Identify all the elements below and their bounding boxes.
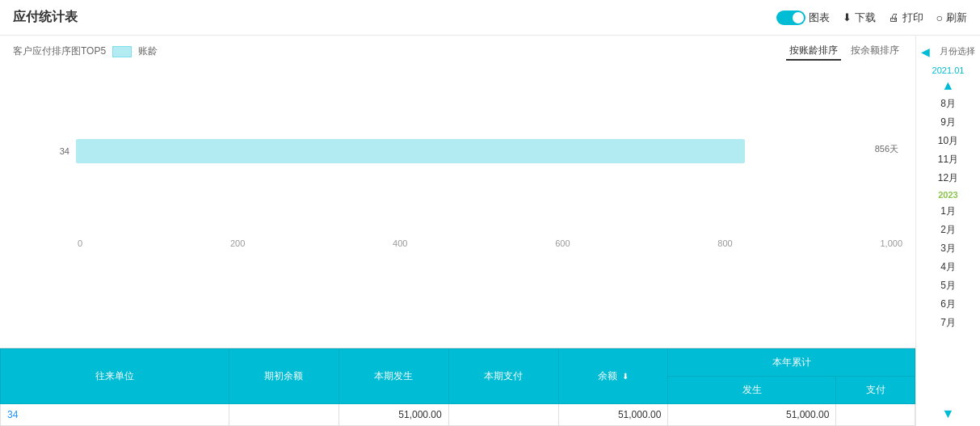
download-icon: ⬇: [843, 11, 852, 23]
legend-box-label: 账龄: [138, 44, 158, 58]
bar-end-label: 856天: [875, 143, 898, 155]
bar-chart: 34 856天 0 200 400 600 800: [13, 70, 902, 264]
sidebar-current-date: 2021.01: [916, 64, 980, 77]
header-actions: 图表 ⬇ 下载 🖨 打印 ○ 刷新: [776, 11, 967, 25]
month-item-5[interactable]: 5月: [916, 276, 980, 295]
month-item-2[interactable]: 2月: [916, 221, 980, 239]
print-icon: 🖨: [889, 11, 899, 23]
chart-toggle-item[interactable]: 图表: [776, 11, 830, 25]
page-title: 应付统计表: [13, 9, 78, 26]
table-section: 往来单位 期初余额 本期发生 本期支付 余额 ⬇ 本年累计 发生: [0, 348, 915, 426]
main-content: 客户应付排序图TOP5 账龄 按账龄排序 按余额排序 34: [0, 36, 980, 426]
sidebar-months: 8月 9月 10月 11月 12月 2023 1月 2月 3月 4月 5月 6月…: [916, 95, 980, 405]
bar-label: 34: [45, 146, 69, 156]
sort-by-amount-btn[interactable]: 按余额排序: [848, 42, 902, 61]
legend-box: [112, 46, 132, 57]
refresh-icon: ○: [936, 11, 943, 24]
td-balance: 51,000.00: [558, 404, 668, 426]
month-item-12[interactable]: 12月: [916, 169, 980, 188]
th-ytd-payment: 支付: [836, 377, 915, 404]
td-current-payment: [448, 404, 558, 426]
chevron-down-icon: ▼: [942, 407, 955, 421]
sidebar-collapse-icon[interactable]: ◀: [921, 45, 930, 58]
print-button[interactable]: 🖨 打印: [889, 11, 923, 25]
x-axis: 0 200 400 600 800 1,000: [45, 238, 902, 248]
table-header-row: 往来单位 期初余额 本期发生 本期支付 余额 ⬇ 本年累计: [1, 349, 915, 377]
td-current-occurrence: 51,000.00: [339, 404, 448, 426]
table-body: 34 51,000.00 51,000.00 51,000.00: [1, 404, 915, 426]
x-label-0: 0: [78, 238, 82, 248]
month-item-11[interactable]: 11月: [916, 150, 980, 169]
x-label-600: 600: [555, 238, 570, 248]
download-label: 下载: [855, 11, 876, 25]
th-ytd-group: 本年累计: [668, 349, 915, 377]
th-ytd-occurrence: 发生: [668, 377, 836, 404]
chart-label: 图表: [809, 11, 830, 25]
chart-section: 客户应付排序图TOP5 账龄 按账龄排序 按余额排序 34: [0, 36, 915, 426]
month-item-4[interactable]: 4月: [916, 258, 980, 276]
td-ytd-payment: [836, 404, 915, 426]
month-item-8[interactable]: 8月: [916, 95, 980, 113]
month-item-9[interactable]: 9月: [916, 113, 980, 132]
th-balance: 余额 ⬇: [558, 349, 668, 404]
sidebar-down-button[interactable]: ▼: [916, 405, 980, 423]
chart-legend: 客户应付排序图TOP5 账龄: [13, 44, 158, 58]
month-item-7[interactable]: 7月: [916, 314, 980, 332]
year-marker-2023: 2023: [916, 188, 980, 202]
td-opening-balance: [229, 404, 339, 426]
legend-title: 客户应付排序图TOP5: [13, 44, 106, 58]
sidebar-up-button[interactable]: ▲: [916, 77, 980, 95]
chart-area: 34 856天 0 200 400 600 800: [0, 64, 915, 348]
x-label-800: 800: [717, 238, 732, 248]
th-opening-balance: 期初余额: [229, 349, 339, 404]
td-unit[interactable]: 34: [1, 404, 229, 426]
th-unit: 往来单位: [1, 349, 229, 404]
page-container: 应付统计表 图表 ⬇ 下载 🖨 打印 ○ 刷新: [0, 0, 980, 426]
sidebar-header: 月份选择: [940, 42, 975, 61]
print-label: 打印: [902, 11, 923, 25]
sidebar: ◀ 月份选择 2021.01 ▲ 8月 9月 10月 11月 12月 2023 …: [915, 36, 980, 426]
header: 应付统计表 图表 ⬇ 下载 🖨 打印 ○ 刷新: [0, 0, 980, 36]
refresh-button[interactable]: ○ 刷新: [936, 11, 967, 25]
chevron-up-icon: ▲: [942, 78, 955, 93]
month-item-1[interactable]: 1月: [916, 202, 980, 221]
sort-by-balance-btn[interactable]: 按账龄排序: [786, 42, 841, 61]
chart-toggle[interactable]: [776, 11, 805, 25]
month-item-6[interactable]: 6月: [916, 295, 980, 314]
chart-header: 客户应付排序图TOP5 账龄 按账龄排序 按余额排序: [0, 36, 915, 64]
month-item-3[interactable]: 3月: [916, 239, 980, 258]
chart-bars: 34 856天: [45, 70, 902, 232]
x-label-200: 200: [230, 238, 245, 248]
chart-sort-buttons: 按账龄排序 按余额排序: [786, 42, 902, 61]
th-current-occurrence: 本期发生: [339, 349, 448, 404]
x-label-400: 400: [393, 238, 407, 248]
bar-fill: [76, 139, 745, 163]
bar-row: 34 856天: [45, 135, 902, 167]
table-row: 34 51,000.00 51,000.00 51,000.00: [1, 404, 915, 426]
x-label-1000: 1,000: [880, 238, 902, 248]
td-ytd-occurrence: 51,000.00: [668, 404, 836, 426]
th-current-payment: 本期支付: [448, 349, 558, 404]
data-table: 往来单位 期初余额 本期发生 本期支付 余额 ⬇ 本年累计 发生: [0, 348, 915, 426]
download-button[interactable]: ⬇ 下载: [843, 11, 876, 25]
month-item-10[interactable]: 10月: [916, 132, 980, 150]
refresh-label: 刷新: [946, 11, 967, 25]
